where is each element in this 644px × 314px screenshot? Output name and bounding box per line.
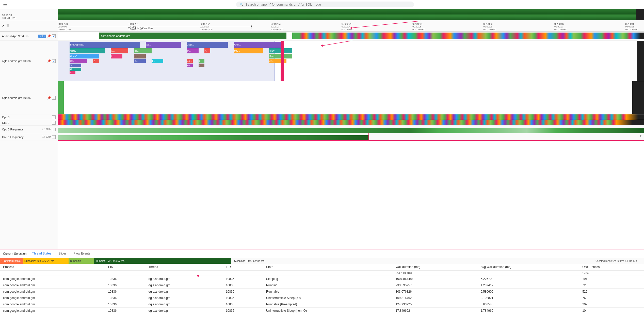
time-display: 00:16:33 (2, 14, 56, 17)
col-occ: Occurrences (579, 264, 644, 271)
col-wall: Wall duration (ms) (393, 264, 478, 271)
current-selection-label: Current Selection (1, 252, 29, 256)
col-state: State (263, 264, 393, 271)
track-row-ogle2 (58, 81, 644, 114)
app-header: ☰ 🔍 (0, 0, 644, 9)
state-bar-uninterruptible: U Uninterruptible (0, 258, 23, 264)
col-process: Process (0, 264, 105, 271)
tab-thread-states[interactable]: Thread States (29, 250, 55, 257)
expand-tracks-icon[interactable]: ☰ (6, 24, 9, 28)
tab-slices[interactable]: Slices (55, 250, 70, 257)
track-label-android-startups[interactable]: Android App Startups metric 📌 ✓ (0, 32, 58, 41)
table-row[interactable]: com.google.android.gm 10836 ogle.android… (0, 301, 644, 308)
duration-label: 2s 804ms 843us 17ns (128, 27, 153, 30)
bottom-panel: Current Selection Thread States Slices F… (0, 249, 644, 314)
state-bars-row: U Uninterruptible Runnable: 303.076826 m… (0, 258, 644, 264)
track-row-cpu0 (58, 114, 644, 120)
table-row[interactable]: com.google.android.gm 10836 ogle.android… (0, 295, 644, 301)
track-name-cpu1-freq: Cou 1 Frequency (2, 136, 23, 139)
left-panel-minimap: 00:16:33 364 785 828 (0, 9, 58, 20)
table-row[interactable]: com.google.android.gm 10836 ogle.android… (0, 276, 644, 282)
track-row-cpu1-freq: ⬆ (58, 133, 644, 141)
metric-badge: metric (38, 35, 46, 38)
track-name-android-startups: Android App Startups (2, 35, 28, 38)
track-label-cpu0-freq[interactable]: Cpu 0 Frequency 2.5 GHz (0, 126, 58, 133)
track-name-cpu1: Cpu 1 (2, 121, 9, 124)
track-label-cpu0[interactable]: Cpu 0 (0, 114, 58, 120)
track-label-ogle1[interactable]: ogle.android.gm 10836 📌 ✓ (0, 41, 58, 81)
checkbox-cpu1[interactable] (52, 121, 56, 125)
track-row-startups: com.google.android.gm (58, 32, 644, 41)
col-thread: Thread (146, 264, 223, 271)
track-name-ogle2: ogle.android.gm 10836 (2, 96, 31, 99)
checkbox-cpu1-freq[interactable] (52, 135, 56, 139)
track-row-ogle1: bindApplicat... act... Appli... Chor... … (58, 41, 644, 81)
selection-region (58, 26, 251, 29)
table-row[interactable]: com.google.android.gm 10836 ogle.android… (0, 308, 644, 314)
bottom-tabs-row: Current Selection Thread States Slices F… (0, 249, 644, 258)
close-tracks-icon[interactable]: ✕ (2, 24, 5, 28)
checkbox-startups[interactable]: ✓ (52, 34, 56, 38)
pin-icon-ogle1[interactable]: 📌 (47, 59, 51, 63)
tab-flow-events[interactable]: Flow Events (70, 250, 94, 257)
freq-val-cpu1: 2.5 GHz (42, 136, 51, 138)
total-wall: 2547.138346 (393, 271, 478, 276)
data-table: Process PID Thread TID State Wall durati… (0, 264, 644, 314)
state-bar-sleeping: Sleeping: 1007.867484 ms Selected range:… (231, 258, 644, 264)
ruler-left-spacer: ✕ ☰ (0, 20, 58, 32)
track-label-ogle2[interactable]: ogle.android.gm 10836 📌 ✓ (0, 81, 58, 114)
pin-icon-ogle2[interactable]: 📌 (47, 96, 51, 100)
track-name-cpu0-freq: Cpu 0 Frequency (2, 128, 23, 131)
counter-display: 364 785 828 (2, 17, 56, 20)
selected-range-label: Selected range: 2s 804ms 843us 17n (595, 260, 641, 262)
col-tid: TID (223, 264, 263, 271)
table-row[interactable]: com.google.android.gm 10836 ogle.android… (0, 282, 644, 289)
expand-icon[interactable]: ⬆ (639, 134, 642, 138)
menu-icon[interactable]: ☰ (3, 2, 7, 7)
track-row-cpu1 (58, 120, 644, 126)
total-occ: 1734 (579, 271, 644, 276)
minimap-track[interactable] (58, 9, 644, 20)
state-bar-runnable-val: Runnable: 303.076826 ms (23, 258, 69, 264)
track-name-ogle1: ogle.android.gm 10836 (2, 59, 31, 63)
col-pid: PID (105, 264, 146, 271)
col-avg-wall: Avg Wall duration (ms) (478, 264, 579, 271)
track-name-cpu0: Cpu 0 (2, 116, 9, 119)
search-icon: 🔍 (240, 3, 243, 6)
checkbox-ogle2[interactable]: ✓ (52, 96, 56, 100)
tracks-content[interactable]: com.google.android.gm bindApplicat... ac… (58, 32, 644, 249)
checkbox-cpu0[interactable] (52, 115, 56, 119)
left-labels-panel: Android App Startups metric 📌 ✓ ogle.and… (0, 32, 58, 249)
track-row-cpu0-freq (58, 126, 644, 133)
search-input[interactable] (245, 3, 410, 6)
state-bar-running: Running: 933.595957 ms (94, 258, 231, 264)
search-bar[interactable]: 🔍 (236, 2, 414, 7)
freq-val-cpu0: 2.5 GHz (42, 128, 51, 131)
ruler-container: 00:00:00 00:00:01 00:00:02 00:00:03 00:0… (58, 20, 644, 32)
checkbox-ogle1[interactable]: ✓ (52, 59, 56, 63)
state-bar-runnable: Runnable (69, 258, 94, 264)
table-row[interactable]: com.google.android.gm 10836 ogle.android… (0, 289, 644, 295)
pin-icon[interactable]: 📌 (47, 34, 51, 38)
track-label-cpu1[interactable]: Cpu 1 (0, 120, 58, 126)
table-total-row: 2547.138346 1734 (0, 271, 644, 276)
track-label-cpu1-freq[interactable]: Cou 1 Frequency 2.5 GHz (0, 133, 58, 141)
checkbox-cpu0-freq[interactable] (52, 128, 56, 131)
